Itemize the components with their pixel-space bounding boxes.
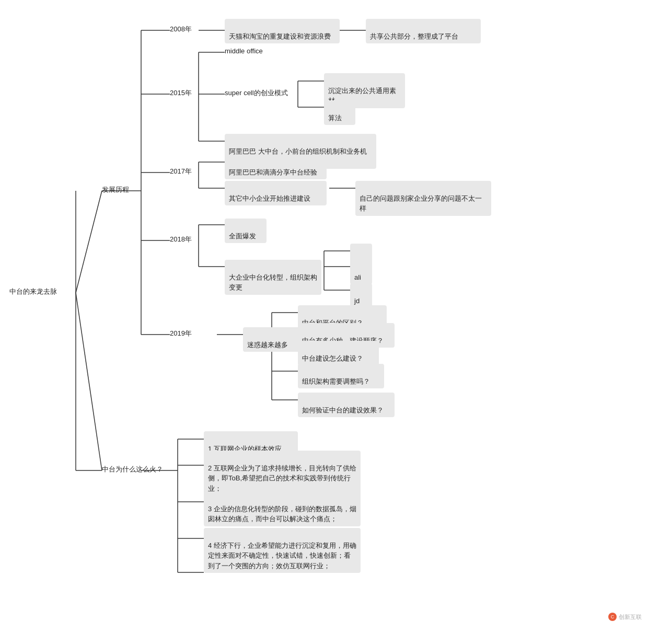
watermark-icon: C — [608, 613, 617, 621]
node-2019-3: 中台建设怎么建设？ — [298, 341, 379, 365]
svg-line-0 — [76, 191, 102, 293]
node-2018-2-3: jd — [350, 283, 372, 308]
node-2019-5: 如何验证中台的建设效果？ — [298, 393, 395, 417]
year-2018: 2018年 — [170, 234, 192, 245]
node-why-4: 4 经济下行，企业希望能力进行沉淀和复用，用确定性来面对不确定性，快速试错，快速… — [204, 528, 361, 573]
node-super-cell: super cell的创业模式 — [225, 88, 288, 98]
year-2019: 2019年 — [170, 328, 192, 339]
branch-why: 中台为什么这么火？ — [102, 464, 163, 475]
node-2019-4: 组织架构需要调整吗？ — [298, 364, 384, 388]
node-why-3: 3 企业的信息化转型的阶段，碰到的数据孤岛，烟囱林立的痛点，而中台可以解决这个痛… — [204, 491, 361, 526]
node-2017-2: 其它中小企业开始推进建设 — [225, 181, 327, 205]
node-2017-2-1: 自己的问题跟别家企业分享的问题不太一样 — [355, 181, 491, 216]
root-node: 中台的来龙去脉 — [9, 286, 57, 297]
year-2008: 2008年 — [170, 24, 192, 34]
branch-development: 发展历程 — [102, 185, 129, 195]
mindmap-container: 中台的来龙去脉 发展历程 2008年 天猫和淘宝的重复建设和资源浪费 共享公共部… — [0, 0, 648, 627]
node-2008-1: 天猫和淘宝的重复建设和资源浪费 — [225, 19, 340, 43]
node-2018-1: 全面爆发 — [225, 218, 267, 243]
node-2018-2-2: ali — [350, 260, 372, 284]
node-2018-2: 大企业中台化转型，组织架构变更 — [225, 260, 321, 295]
watermark-text: 创新互联 — [619, 613, 642, 621]
node-2017-1: 阿里巴巴和滴滴分享中台经验 — [225, 155, 327, 179]
year-2015: 2015年 — [170, 88, 192, 98]
node-2008-2: 共享公共部分，整理成了平台 — [366, 19, 481, 43]
year-2017: 2017年 — [170, 166, 192, 177]
node-why-2: 2 互联网企业为了追求持续增长，目光转向了供给侧，即ToB,希望把自己的技术和实… — [204, 451, 361, 496]
watermark: C 创新互联 — [608, 613, 642, 621]
node-super-cell-2: 算法 — [324, 100, 355, 125]
svg-line-1 — [76, 293, 102, 470]
node-middle-office: middle office — [225, 46, 263, 56]
node-2019-title: 迷惑越来越多 — [243, 327, 306, 352]
